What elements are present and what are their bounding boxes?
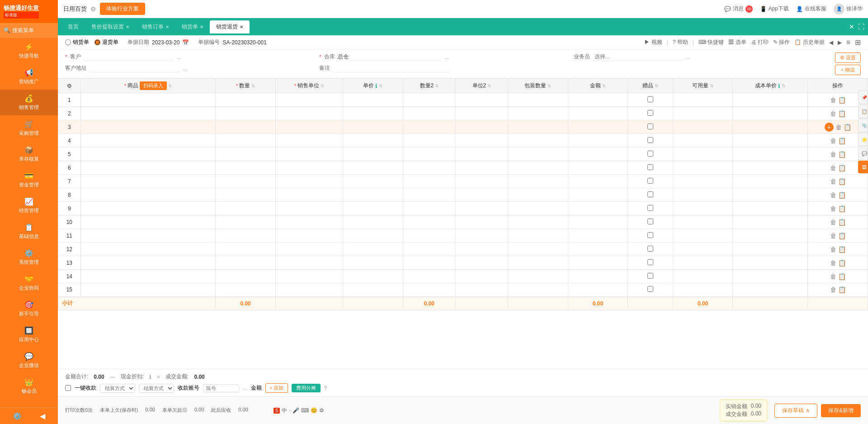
save-draft-btn[interactable]: 保存草稿 ∧: [774, 404, 817, 418]
pack-qty-cell[interactable]: [508, 270, 568, 283]
unit-price-cell[interactable]: [343, 120, 403, 134]
sidebar-item-finance[interactable]: 💳 资金管理: [0, 167, 58, 193]
gift-cell[interactable]: [628, 283, 673, 297]
user-profile[interactable]: 👤 徐泽华: [834, 4, 863, 14]
select-btn[interactable]: ☰ 选单: [728, 38, 746, 46]
unit2-cell[interactable]: [455, 215, 508, 229]
qty-cell[interactable]: [216, 229, 276, 243]
cost-price-cell[interactable]: [733, 188, 808, 202]
product-cell[interactable]: [80, 120, 216, 134]
app-download-btn[interactable]: 📱 App下载: [760, 5, 789, 13]
cost-sort-icon[interactable]: ⇅: [782, 83, 785, 88]
online-service-btn[interactable]: 👤 在线客服: [796, 5, 826, 13]
available-cell[interactable]: [673, 134, 733, 148]
gift-checkbox[interactable]: [647, 178, 653, 184]
delete-row-btn[interactable]: 🗑: [830, 151, 836, 158]
unit2-cell[interactable]: [455, 134, 508, 148]
qty-cell[interactable]: [216, 202, 276, 215]
unit-price-cell[interactable]: [343, 107, 403, 120]
settings-btn[interactable]: ⚙ 设置: [835, 52, 861, 63]
available-sort-icon[interactable]: ⇅: [710, 83, 713, 88]
pack-qty-cell[interactable]: [508, 120, 568, 134]
cash-discount-info[interactable]: ℹ: [149, 374, 151, 380]
product-cell[interactable]: [80, 188, 216, 202]
amount-cell[interactable]: [568, 93, 628, 107]
cost-price-cell[interactable]: [733, 175, 808, 188]
save-new-btn[interactable]: 保存&新增: [821, 404, 861, 417]
qty-cell[interactable]: [216, 107, 276, 120]
delete-row-btn[interactable]: 🗑: [830, 219, 836, 226]
sidebar-item-inventory[interactable]: 📦 库存核算: [0, 141, 58, 167]
sales-unit-cell[interactable]: [275, 270, 343, 283]
product-cell[interactable]: [80, 202, 216, 215]
qty2-cell[interactable]: [403, 175, 455, 188]
gift-cell[interactable]: [628, 215, 673, 229]
unit2-cell[interactable]: [455, 93, 508, 107]
unit2-cell[interactable]: [455, 243, 508, 256]
remark-input[interactable]: [333, 64, 450, 72]
pack-qty-cell[interactable]: [508, 107, 568, 120]
tab-sales-delivery[interactable]: 销货单 ✕: [175, 20, 210, 33]
unit-price-cell[interactable]: [343, 148, 403, 161]
unit2-cell[interactable]: [455, 161, 508, 175]
sidebar-item-weixin[interactable]: 💬 企业微信: [0, 348, 58, 373]
available-cell[interactable]: [673, 229, 733, 243]
list-view-icon[interactable]: ≡: [846, 38, 850, 47]
sales-unit-cell[interactable]: [275, 243, 343, 256]
sales-unit-cell[interactable]: [275, 107, 343, 120]
available-cell[interactable]: [673, 283, 733, 297]
gift-checkbox[interactable]: [647, 137, 653, 143]
tab-home[interactable]: 首页: [61, 20, 85, 33]
product-cell[interactable]: [80, 134, 216, 148]
sales-unit-cell[interactable]: [275, 188, 343, 202]
gift-cell[interactable]: [628, 134, 673, 148]
pack-qty-cell[interactable]: [508, 283, 568, 297]
delete-row-btn[interactable]: 🗑: [830, 96, 836, 104]
copy-row-btn[interactable]: 📋: [838, 219, 846, 226]
tab-sales-delivery-close[interactable]: ✕: [200, 24, 203, 29]
product-cell[interactable]: [80, 148, 216, 161]
cost-price-cell[interactable]: [733, 93, 808, 107]
sidebar-item-guide[interactable]: 🎯 新手引导: [0, 296, 58, 322]
pack-qty-cell[interactable]: [508, 202, 568, 215]
salesman-input[interactable]: [593, 52, 683, 61]
gift-cell[interactable]: [628, 270, 673, 283]
delete-row-btn[interactable]: 🗑: [830, 164, 836, 172]
operate-btn[interactable]: ✎ 操作: [773, 38, 790, 46]
qty-sort-icon[interactable]: ⇅: [251, 83, 255, 88]
experience-btn[interactable]: 体验行业方案: [100, 3, 145, 15]
delete-row-btn[interactable]: 🗑: [830, 273, 836, 280]
sales-unit-cell[interactable]: [275, 215, 343, 229]
pack-qty-cell[interactable]: [508, 161, 568, 175]
unit-price-cell[interactable]: [343, 188, 403, 202]
unit-price-cell[interactable]: [343, 215, 403, 229]
copy-row-btn[interactable]: 📋: [838, 137, 846, 144]
warehouse-input[interactable]: [351, 52, 442, 61]
unit-price-cell[interactable]: [343, 256, 403, 270]
sales-unit-cell[interactable]: [275, 229, 343, 243]
sales-unit-cell[interactable]: [275, 93, 343, 107]
qty2-cell[interactable]: [403, 270, 455, 283]
gift-checkbox[interactable]: [647, 191, 653, 197]
fee-btn[interactable]: 费用分摊: [292, 384, 321, 392]
pack-qty-cell[interactable]: [508, 215, 568, 229]
unit-price-cell[interactable]: [343, 243, 403, 256]
gift-checkbox[interactable]: [647, 246, 653, 252]
topbar-gear-icon[interactable]: ⚙: [90, 5, 96, 13]
gift-checkbox[interactable]: [647, 259, 653, 265]
right-float-btn-5[interactable]: 💬: [858, 147, 868, 160]
cost-price-cell[interactable]: [733, 120, 808, 134]
cost-price-cell[interactable]: [733, 161, 808, 175]
sales-unit-cell[interactable]: [275, 256, 343, 270]
settings-bottom-icon[interactable]: ⚙️: [13, 412, 22, 420]
prev-record-icon[interactable]: ◀: [829, 39, 833, 46]
copy-row-btn[interactable]: 📋: [844, 123, 851, 132]
logistics-btn[interactable]: + 物流: [835, 65, 861, 75]
gift-checkbox[interactable]: [647, 286, 653, 292]
pack-qty-cell[interactable]: [508, 243, 568, 256]
delete-row-btn[interactable]: 🗑: [835, 123, 842, 132]
gift-cell[interactable]: [628, 107, 673, 120]
add-payment-btn[interactable]: + 添加: [265, 383, 288, 393]
right-float-btn-1[interactable]: 📌: [858, 91, 868, 104]
unit2-cell[interactable]: [455, 283, 508, 297]
